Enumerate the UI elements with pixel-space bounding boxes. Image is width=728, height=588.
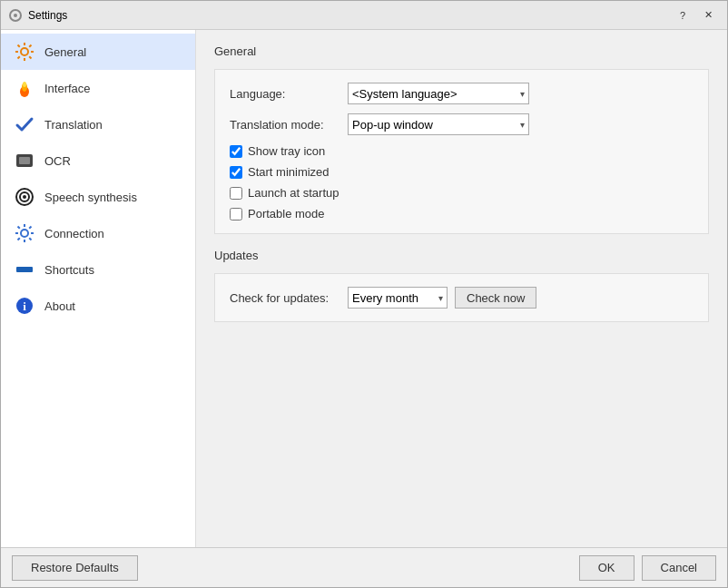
sidebar-item-ocr[interactable]: OCR — [1, 142, 195, 179]
check-now-button[interactable]: Check now — [455, 287, 536, 309]
sidebar-item-speech-label: Speech synthesis — [44, 191, 137, 204]
sidebar-item-interface-label: Interface — [44, 82, 91, 95]
updates-settings-group: Check for updates: Every day Every week … — [214, 273, 709, 322]
translation-mode-label: Translation mode: — [230, 118, 348, 132]
sidebar-item-connection-label: Connection — [44, 227, 104, 240]
content-area: General Interface — [1, 30, 727, 547]
launch-at-startup-row: Launch at startup — [230, 186, 694, 200]
svg-line-10 — [18, 56, 20, 58]
check-for-updates-row: Check for updates: Every day Every week … — [230, 287, 694, 309]
sidebar-item-speech[interactable]: Speech synthesis — [1, 179, 195, 215]
language-label: Language: — [230, 87, 348, 101]
translation-icon — [14, 113, 35, 135]
translation-mode-select-wrapper: Pop-up window Inline Side by side — [348, 113, 529, 135]
restore-defaults-button[interactable]: Restore Defaults — [12, 555, 138, 581]
titlebar: Settings ? ✕ — [1, 1, 727, 30]
svg-point-1 — [14, 14, 17, 17]
titlebar-buttons: ? ✕ — [671, 5, 720, 25]
launch-at-startup-checkbox[interactable] — [230, 187, 242, 200]
speech-icon — [14, 186, 35, 208]
language-row: Language: <System language> English Germ… — [230, 83, 694, 104]
portable-mode-label: Portable mode — [248, 207, 325, 220]
portable-mode-checkbox[interactable] — [230, 208, 242, 220]
start-minimized-row: Start minimized — [230, 165, 694, 179]
portable-mode-row: Portable mode — [230, 207, 694, 220]
svg-line-9 — [29, 45, 31, 47]
svg-point-19 — [21, 230, 28, 237]
check-for-updates-label: Check for updates: — [230, 291, 348, 305]
cancel-button[interactable]: Cancel — [642, 555, 716, 581]
svg-line-7 — [18, 45, 20, 47]
svg-point-2 — [21, 48, 28, 55]
show-tray-icon-label: Show tray icon — [248, 144, 325, 158]
svg-line-25 — [29, 238, 31, 240]
svg-rect-28 — [16, 267, 33, 272]
interface-icon — [14, 77, 35, 99]
sidebar-item-shortcuts[interactable]: Shortcuts — [1, 251, 195, 288]
sidebar-item-shortcuts-label: Shortcuts — [44, 263, 94, 277]
translation-mode-row: Translation mode: Pop-up window Inline S… — [230, 113, 694, 135]
svg-line-26 — [29, 227, 31, 229]
launch-at-startup-label: Launch at startup — [248, 186, 339, 200]
about-icon: i — [14, 295, 35, 317]
check-interval-select[interactable]: Every day Every week Every month Never — [348, 287, 448, 309]
sidebar-item-general[interactable]: General — [1, 34, 195, 70]
settings-window: Settings ? ✕ — [0, 0, 728, 588]
start-minimized-label: Start minimized — [248, 165, 330, 179]
sidebar: General Interface — [1, 30, 196, 547]
footer: Restore Defaults OK Cancel — [1, 547, 727, 587]
svg-rect-15 — [19, 157, 30, 164]
connection-icon — [14, 222, 35, 244]
sidebar-item-translation-label: Translation — [44, 118, 103, 132]
language-select-wrapper: <System language> English German French … — [348, 83, 529, 104]
start-minimized-checkbox[interactable] — [230, 166, 242, 179]
sidebar-item-interface[interactable]: Interface — [1, 70, 195, 106]
footer-right-buttons: OK Cancel — [579, 555, 716, 581]
svg-text:i: i — [23, 299, 26, 313]
sidebar-item-translation[interactable]: Translation — [1, 106, 195, 142]
sidebar-item-ocr-label: OCR — [44, 154, 71, 168]
check-interval-wrapper: Every day Every week Every month Never — [348, 287, 448, 309]
svg-point-13 — [23, 82, 26, 87]
help-button[interactable]: ? — [671, 5, 694, 25]
show-tray-icon-checkbox[interactable] — [230, 145, 242, 158]
sidebar-item-general-label: General — [44, 45, 86, 59]
sidebar-item-connection[interactable]: Connection — [1, 215, 195, 251]
main-panel: General Language: <System language> Engl… — [196, 30, 727, 547]
sidebar-item-about[interactable]: i About — [1, 288, 195, 324]
ok-button[interactable]: OK — [579, 555, 635, 581]
updates-section-title: Updates — [214, 249, 709, 262]
updates-controls: Every day Every week Every month Never C… — [348, 287, 536, 309]
general-settings-group: Language: <System language> English Germ… — [214, 69, 709, 234]
svg-line-24 — [18, 227, 20, 229]
window-icon — [8, 8, 23, 23]
window-title: Settings — [28, 9, 671, 22]
svg-line-27 — [18, 238, 20, 240]
show-tray-icon-row: Show tray icon — [230, 144, 694, 158]
close-button[interactable]: ✕ — [696, 5, 720, 25]
sidebar-item-about-label: About — [44, 299, 75, 313]
translation-mode-select[interactable]: Pop-up window Inline Side by side — [348, 113, 529, 135]
language-select[interactable]: <System language> English German French … — [348, 83, 529, 104]
general-section-title: General — [214, 44, 709, 58]
general-icon — [14, 41, 35, 63]
svg-point-18 — [23, 195, 26, 199]
svg-line-8 — [29, 56, 31, 58]
ocr-icon — [14, 150, 35, 172]
shortcuts-icon — [14, 259, 35, 280]
